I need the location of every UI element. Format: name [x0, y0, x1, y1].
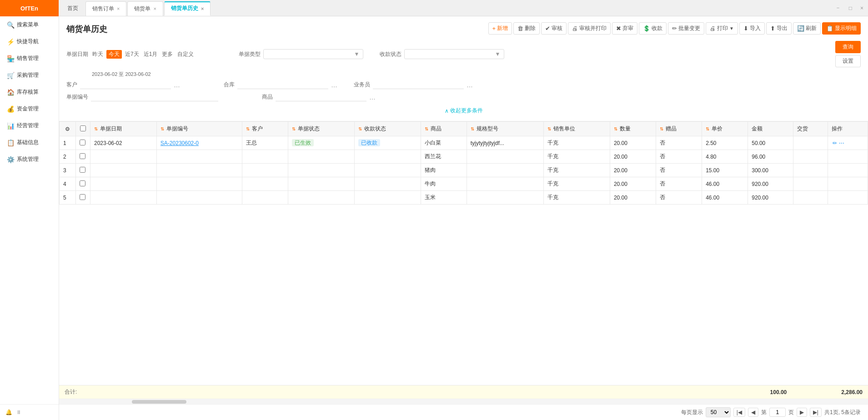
per-page-select[interactable]: 50 100 200 — [706, 407, 731, 417]
payment-status-select[interactable]: ▼ — [404, 49, 504, 59]
row-action[interactable] — [828, 150, 868, 164]
row-docno[interactable] — [156, 150, 242, 164]
row-docno[interactable] — [156, 177, 242, 191]
sidebar-item-system-mgmt[interactable]: ⚙️ 系统管理 — [0, 151, 59, 168]
col-customer[interactable]: ⇅ 客户 — [242, 122, 288, 136]
action-edit[interactable]: ✏ — [833, 140, 837, 146]
sidebar-item-operations[interactable]: 📊 经营管理 — [0, 117, 59, 134]
row-action[interactable] — [828, 191, 868, 205]
shortcut-custom[interactable]: 自定义 — [176, 50, 195, 59]
tab-home[interactable]: 首页 — [61, 1, 85, 16]
row-checkbox[interactable] — [76, 191, 90, 205]
row-checkbox-3[interactable] — [80, 180, 85, 186]
btn-abandon[interactable]: ✖ 弃审 — [612, 22, 637, 35]
window-minimize[interactable]: － — [833, 3, 843, 13]
btn-delete[interactable]: 🗑 删除 — [513, 22, 540, 35]
doc-type-select[interactable]: ▼ — [263, 49, 363, 59]
row-checkbox-4[interactable] — [80, 194, 85, 200]
customer-ellipsis[interactable]: … — [174, 81, 180, 89]
row-checkbox[interactable] — [76, 177, 90, 191]
collapse-btn[interactable]: ∧ 收起更多条件 — [66, 105, 861, 116]
salesman-ellipsis[interactable]: … — [467, 81, 473, 89]
settings-gear-icon[interactable]: ⚙ — [65, 126, 70, 132]
row-docno[interactable] — [156, 164, 242, 177]
btn-new[interactable]: + 新增 — [488, 22, 512, 35]
doc-no-input[interactable] — [91, 93, 218, 101]
btn-setting[interactable]: 设置 — [835, 55, 861, 67]
scroll-bar-area[interactable] — [59, 399, 868, 404]
btn-review-print[interactable]: 🖨 审核并打印 — [568, 22, 611, 35]
sidebar-item-purchase-mgmt[interactable]: 🛒 采购管理 — [0, 67, 59, 84]
btn-import[interactable]: ⬇ 导入 — [739, 22, 765, 35]
tab-sales-history[interactable]: 销货单历史 × — [164, 1, 211, 16]
doc-no-label: 单据编号 — [66, 93, 88, 101]
btn-query[interactable]: 查询 — [835, 41, 861, 53]
customer-input[interactable] — [80, 80, 171, 89]
btn-print[interactable]: 🖨 打印 ▼ — [706, 22, 738, 35]
tab-sales-goods[interactable]: 销货单 × — [127, 1, 163, 16]
window-close[interactable]: × — [858, 4, 866, 12]
col-doc-status[interactable]: ⇅ 单据状态 — [288, 122, 355, 136]
warehouse-ellipsis[interactable]: … — [331, 81, 337, 89]
page-input[interactable] — [769, 408, 786, 417]
row-checkbox[interactable] — [76, 150, 90, 164]
col-price[interactable]: ⇅ 单价 — [702, 122, 748, 136]
col-spec[interactable]: ⇅ 规格型号 — [467, 122, 543, 136]
page-first[interactable]: |◀ — [733, 408, 745, 417]
col-payment-status[interactable]: ⇅ 收款状态 — [354, 122, 421, 136]
tab-close-sales-history[interactable]: × — [201, 6, 204, 11]
tab-sales-order[interactable]: 销售订单 × — [85, 1, 126, 16]
row-checkbox-2[interactable] — [80, 167, 85, 173]
row-checkbox-1[interactable] — [80, 153, 85, 159]
sidebar-item-sales-mgmt[interactable]: 🏪 销售管理 — [0, 50, 59, 67]
shortcut-more[interactable]: 更多 — [161, 50, 174, 59]
tab-close-sales-order[interactable]: × — [117, 6, 120, 11]
tab-close-sales-goods[interactable]: × — [153, 6, 156, 11]
sidebar-item-inventory[interactable]: 🏠 库存核算 — [0, 84, 59, 100]
btn-refresh[interactable]: 🔄 刷新 — [793, 22, 821, 35]
shortcut-7days[interactable]: 近7天 — [124, 50, 140, 59]
row-action[interactable] — [828, 164, 868, 177]
btn-review[interactable]: ✔ 审核 — [541, 22, 567, 35]
sidebar-bottom-icon1[interactable]: 🔔 — [5, 409, 12, 415]
row-checkbox-0[interactable] — [80, 140, 85, 145]
col-unit[interactable]: ⇅ 销售单位 — [544, 122, 610, 136]
btn-collect[interactable]: 💲 收款 — [639, 22, 667, 35]
goods-input[interactable] — [276, 93, 366, 101]
sidebar-item-search-menu[interactable]: 🔍 搜索菜单 — [0, 16, 59, 33]
date-range-text: 2023-06-02 至 2023-06-02 — [92, 71, 151, 77]
page-prev[interactable]: ◀ — [748, 408, 758, 417]
window-maximize[interactable]: □ — [846, 4, 855, 12]
goods-ellipsis[interactable]: … — [369, 94, 376, 101]
action-more[interactable]: ⋯ — [839, 140, 844, 146]
shortcut-1month[interactable]: 近1月 — [142, 50, 159, 59]
row-docno[interactable] — [156, 191, 242, 205]
col-date[interactable]: ⇅ 单据日期 — [90, 122, 157, 136]
page-next[interactable]: ▶ — [797, 408, 807, 417]
btn-batch-change[interactable]: ✏ 批量变更 — [668, 22, 704, 35]
table-footer: 合计: 100.00 2,286.00 — [59, 385, 868, 399]
sidebar-item-finance[interactable]: 💰 资金管理 — [0, 100, 59, 117]
col-goods[interactable]: ⇅ 商品 — [421, 122, 467, 136]
btn-show-detail[interactable]: 📋 显示明细 — [822, 22, 861, 35]
page-last[interactable]: ▶| — [810, 408, 822, 417]
row-action[interactable]: ✏⋯ — [828, 136, 868, 150]
col-doc-no[interactable]: ⇅ 单据编号 — [156, 122, 242, 136]
select-all-checkbox[interactable] — [80, 125, 86, 131]
row-checkbox[interactable] — [76, 164, 90, 177]
row-docno-link[interactable]: SA-20230602-0 — [161, 140, 199, 146]
col-gift[interactable]: ⇅ 赠品 — [656, 122, 702, 136]
col-settings[interactable]: ⚙ — [60, 122, 76, 136]
sidebar-bottom-icon2[interactable]: ⏸ — [16, 409, 21, 415]
shortcut-yesterday[interactable]: 昨天 — [91, 50, 105, 59]
col-qty[interactable]: ⇅ 数量 — [610, 122, 656, 136]
salesman-input[interactable] — [373, 80, 464, 89]
shortcut-today[interactable]: 今天 — [106, 50, 122, 59]
row-checkbox[interactable] — [76, 136, 90, 150]
sidebar-item-basic-info[interactable]: 📋 基础信息 — [0, 134, 59, 151]
row-docno[interactable]: SA-20230602-0 — [156, 136, 242, 150]
warehouse-input[interactable] — [237, 80, 328, 89]
row-action[interactable] — [828, 177, 868, 191]
btn-export[interactable]: ⬆ 导出 — [766, 22, 792, 35]
sidebar-item-quick-nav[interactable]: ⚡ 快捷导航 — [0, 33, 59, 50]
